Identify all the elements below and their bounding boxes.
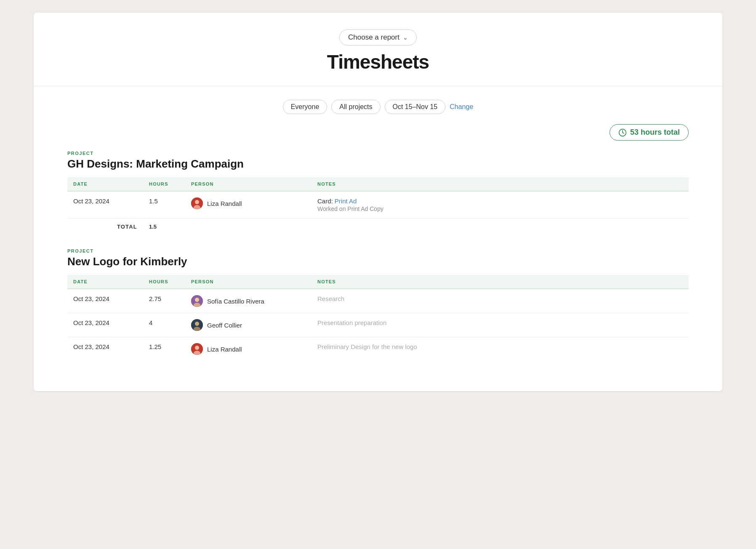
col-header-hours: Hours: [143, 177, 185, 191]
table-row: Oct 23, 2024 2.75: [67, 289, 689, 313]
project-name-new-logo: New Logo for Kimberly: [67, 255, 689, 268]
header-section: Choose a report ⌄ Timesheets: [34, 13, 722, 86]
change-link[interactable]: Change: [450, 103, 473, 111]
report-chooser-label: Choose a report: [348, 33, 399, 42]
person-cell: Geoff Collier: [191, 319, 306, 331]
svg-point-8: [195, 322, 199, 326]
avatar: [191, 343, 203, 355]
cell-date: Oct 23, 2024: [67, 337, 143, 361]
avatar: [191, 295, 203, 307]
note-text: Presentation preparation: [317, 319, 386, 326]
project-block-gh-designs: Project GH Designs: Marketing Campaign D…: [67, 151, 689, 235]
person-cell: Liza Randall: [191, 343, 306, 355]
cell-hours: 1.5: [143, 191, 185, 219]
everyone-filter-button[interactable]: Everyone: [283, 100, 327, 114]
project-name-gh-designs: GH Designs: Marketing Campaign: [67, 157, 689, 171]
person-cell: Liza Randall: [191, 197, 306, 209]
page-title: Timesheets: [51, 51, 705, 73]
total-empty-person: [185, 219, 311, 235]
timesheet-table-new-logo: Date Hours Person Notes Oct 23, 2024 2.7…: [67, 275, 689, 361]
avatar-image-sofia: [191, 295, 203, 307]
avatar-image-liza2: [191, 343, 203, 355]
cell-hours: 4: [143, 313, 185, 337]
col-header-date: Date: [67, 177, 143, 191]
person-name: Geoff Collier: [207, 322, 242, 329]
avatar-image: [191, 197, 203, 209]
col-header-person-2: Person: [185, 275, 311, 289]
cell-person: Liza Randall: [185, 191, 311, 219]
person-name: Liza Randall: [207, 346, 242, 353]
table-header-row: Date Hours Person Notes: [67, 177, 689, 191]
cell-date: Oct 23, 2024: [67, 191, 143, 219]
note-prefix: Card:: [317, 197, 335, 205]
project-block-new-logo: Project New Logo for Kimberly Date Hours…: [67, 248, 689, 361]
note-card-text: Card: Print Ad: [317, 197, 683, 205]
person-name: Sofía Castillo Rivera: [207, 298, 264, 305]
report-chooser-dropdown[interactable]: Choose a report ⌄: [339, 29, 417, 45]
cell-notes: Card: Print Ad Worked on Print Ad Copy: [311, 191, 689, 219]
svg-point-11: [195, 346, 199, 350]
avatar: [191, 319, 203, 331]
hours-total-label: 53 hours total: [630, 128, 680, 137]
total-row: Total 1.5: [67, 219, 689, 235]
cell-notes: Research: [311, 289, 689, 313]
date-range-filter-button[interactable]: Oct 15–Nov 15: [385, 100, 446, 114]
note-secondary: Worked on Print Ad Copy: [317, 205, 683, 212]
table-row: Oct 23, 2024 4: [67, 313, 689, 337]
project-section-label-2: Project: [67, 248, 689, 253]
filters-section: Everyone All projects Oct 15–Nov 15 Chan…: [34, 86, 722, 123]
timesheet-table-gh-designs: Date Hours Person Notes Oct 23, 2024 1.5: [67, 177, 689, 235]
svg-point-2: [195, 200, 199, 204]
cell-person: Sofía Castillo Rivera: [185, 289, 311, 313]
cell-date: Oct 23, 2024: [67, 313, 143, 337]
table-row: Oct 23, 2024 1.25: [67, 337, 689, 361]
cell-date: Oct 23, 2024: [67, 289, 143, 313]
note-card-link[interactable]: Print Ad: [335, 197, 357, 205]
cell-person: Geoff Collier: [185, 313, 311, 337]
svg-point-5: [195, 298, 199, 302]
project-section-label: Project: [67, 151, 689, 156]
table-header-row-2: Date Hours Person Notes: [67, 275, 689, 289]
col-header-notes: Notes: [311, 177, 689, 191]
person-cell: Sofía Castillo Rivera: [191, 295, 306, 307]
note-text: Preliminary Design for the new logo: [317, 343, 417, 350]
total-label: Total: [67, 219, 143, 235]
col-header-person: Person: [185, 177, 311, 191]
avatar-image-geoff: [191, 319, 203, 331]
hours-total-row: 53 hours total: [34, 123, 722, 151]
total-empty-notes: [311, 219, 689, 235]
cell-notes: Preliminary Design for the new logo: [311, 337, 689, 361]
cell-hours: 1.25: [143, 337, 185, 361]
avatar: [191, 197, 203, 209]
note-text: Research: [317, 295, 344, 302]
projects-filter-button[interactable]: All projects: [331, 100, 380, 114]
clock-icon: [618, 128, 627, 137]
col-header-notes-2: Notes: [311, 275, 689, 289]
table-row: Oct 23, 2024 1.5: [67, 191, 689, 219]
content-section: Project GH Designs: Marketing Campaign D…: [34, 151, 722, 391]
chevron-down-icon: ⌄: [403, 34, 408, 41]
cell-notes: Presentation preparation: [311, 313, 689, 337]
col-header-hours-2: Hours: [143, 275, 185, 289]
col-header-date-2: Date: [67, 275, 143, 289]
hours-total-badge: 53 hours total: [610, 124, 689, 141]
cell-person: Liza Randall: [185, 337, 311, 361]
person-name: Liza Randall: [207, 200, 242, 207]
total-value: 1.5: [143, 219, 185, 235]
cell-hours: 2.75: [143, 289, 185, 313]
main-card: Choose a report ⌄ Timesheets Everyone Al…: [34, 13, 722, 391]
